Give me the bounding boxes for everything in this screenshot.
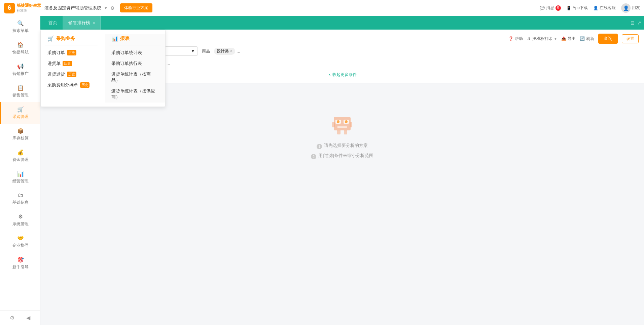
- tab-close-icon[interactable]: ×: [93, 21, 95, 25]
- empty-hint-1: 请先选择要分析的方案: [324, 143, 368, 149]
- dropdown-item-incoming-stat-supplier[interactable]: 进货单统计表（按供应商）: [109, 86, 162, 103]
- empty-hint-2: 用[过滤]条件来缩小分析范围: [318, 153, 373, 159]
- help-label: 帮助: [515, 36, 523, 42]
- sidebar-item-purchase[interactable]: 🛒 采购管理: [0, 102, 40, 124]
- sidebar-bottom: ⚙ ◀: [0, 310, 40, 325]
- home-icon: 🏠: [17, 42, 24, 48]
- cost-history: 历史: [80, 82, 90, 88]
- goods-tag-remove[interactable]: ×: [230, 49, 232, 53]
- service-label: 在线客服: [600, 5, 616, 11]
- help-btn[interactable]: ❓ 帮助: [508, 36, 523, 42]
- sidebar-item-search[interactable]: 🔍 搜索菜单: [0, 16, 40, 38]
- sidebar-item-finance[interactable]: 💰 资金管理: [0, 145, 40, 167]
- dropdown-item-cost[interactable]: 采购费用分摊单 历史: [45, 80, 98, 90]
- export-btn[interactable]: 📤 导出: [561, 36, 576, 42]
- sys-title: 装备及固定资产辅助管理系统: [44, 5, 101, 11]
- sys-settings-icon[interactable]: ⚙: [110, 5, 115, 11]
- sidebar-label-guide: 新手引导: [12, 264, 29, 270]
- sidebar-item-quick[interactable]: 🏠 快捷导航: [0, 38, 40, 59]
- svg-rect-6: [332, 122, 335, 127]
- sidebar-item-sales[interactable]: 📋 销售管理: [0, 81, 40, 102]
- basic-icon: 🗂: [18, 192, 23, 198]
- collapse-up-icon: ∧: [328, 73, 331, 77]
- settings-bottom-icon[interactable]: ⚙: [10, 315, 14, 321]
- top-header: 6 畅捷通好生意 标准版 装备及固定资产辅助管理系统 ▼ ⚙ 体验行业方案 💬 …: [0, 0, 644, 16]
- header-right: 💬 消息 5 📱 App下载 👤 在线客服 👤 用友: [540, 3, 640, 13]
- tab-bar-right: ⊡ ⤢: [631, 20, 641, 26]
- sidebar-item-guide[interactable]: 🎯 新手引导: [0, 252, 40, 274]
- sidebar: 🔍 搜索菜单 🏠 快捷导航 📢 营销推广 📋 销售管理 🛒 采购管理 📦 库存核…: [0, 16, 40, 325]
- empty-illustration: [325, 110, 359, 137]
- refresh-btn[interactable]: 🔄 刷新: [580, 36, 594, 42]
- setting-btn[interactable]: 设置: [622, 34, 639, 43]
- svg-rect-5: [337, 126, 347, 128]
- dropdown-purchase-title: 🛒 采购业务: [45, 34, 98, 45]
- collapse-label: 收起更多条件: [332, 72, 357, 78]
- goods-ellipsis[interactable]: ...: [237, 49, 240, 54]
- purchase-stat-label: 采购订单统计表: [111, 50, 142, 56]
- dropdown-item-incoming-stat-goods[interactable]: 进货单统计表（按商品）: [109, 69, 162, 86]
- customer-ellipsis[interactable]: ...: [167, 61, 170, 66]
- enterprise-icon: 🤝: [17, 235, 24, 241]
- sys-dropdown-arrow[interactable]: ▼: [104, 6, 108, 10]
- logo-area: 6 畅捷通好生意 标准版: [4, 3, 44, 13]
- sidebar-item-marketing[interactable]: 📢 营销推广: [0, 59, 40, 81]
- sidebar-label-quick: 快捷导航: [12, 49, 29, 55]
- sidebar-item-enterprise[interactable]: 🤝 企业协同: [0, 231, 40, 252]
- user-label: 用友: [632, 5, 640, 11]
- sys-title-area: 装备及固定资产辅助管理系统 ▼ ⚙ 体验行业方案: [44, 3, 540, 12]
- query-btn[interactable]: 查询: [598, 34, 618, 44]
- finance-icon: 💰: [17, 149, 24, 156]
- export-icon: 📤: [561, 36, 566, 41]
- stock-icon: 📦: [17, 128, 24, 134]
- msg-icon: 💬: [540, 6, 545, 10]
- sidebar-item-system[interactable]: ⚙ 系统管理: [0, 209, 40, 231]
- svg-rect-8: [337, 130, 341, 134]
- msg-label: 消息: [546, 5, 554, 11]
- dropdown-item-return[interactable]: 进货退货 历史: [45, 69, 98, 80]
- hint1-bullet: 1: [317, 144, 322, 149]
- incoming-history: 历史: [63, 61, 72, 66]
- sidebar-item-stock[interactable]: 📦 库存核算: [0, 124, 40, 145]
- print-btn[interactable]: 🖨 按模板打印 ▼: [527, 36, 557, 42]
- logo-title: 畅捷通好生意: [17, 3, 41, 8]
- operation-icon: 📊: [17, 171, 24, 177]
- dropdown-purchase-icon: 🛒: [47, 35, 54, 42]
- tab-sales-rank[interactable]: 销售排行榜 ×: [63, 16, 101, 30]
- purchase-order-history: 历史: [67, 50, 76, 55]
- cost-label: 采购费用分摊单: [47, 82, 78, 88]
- sidebar-label-finance: 资金管理: [12, 157, 29, 163]
- user-avatar: 👤: [621, 3, 631, 13]
- collapse-sidebar-icon[interactable]: ◀: [26, 315, 30, 321]
- service-icon: 👤: [593, 6, 598, 10]
- tab-restore-btn[interactable]: ⊡: [631, 20, 635, 26]
- logo-badge: 标准版: [17, 8, 41, 13]
- hint2-bullet: 2: [311, 154, 316, 159]
- dropdown-item-purchase-order[interactable]: 采购订单 历史: [45, 47, 98, 58]
- industry-btn[interactable]: 体验行业方案: [120, 3, 152, 12]
- dropdown-item-purchase-stat[interactable]: 采购订单统计表: [109, 47, 162, 58]
- tab-home[interactable]: 首页: [43, 16, 63, 30]
- sidebar-item-basic[interactable]: 🗂 基础信息: [0, 188, 40, 209]
- sidebar-label-search: 搜索菜单: [12, 28, 29, 34]
- user-item[interactable]: 👤 用友: [621, 3, 640, 13]
- dropdown-item-incoming[interactable]: 进货单 历史: [45, 58, 98, 69]
- tab-fullscreen-btn[interactable]: ⤢: [637, 20, 641, 26]
- empty-hint-1-row: 1 请先选择要分析的方案: [317, 143, 368, 151]
- sidebar-label-stock: 库存核算: [12, 135, 29, 141]
- svg-rect-9: [344, 130, 347, 134]
- tab-sales-rank-label: 销售排行榜: [68, 20, 90, 26]
- dropdown-purchase-col: 🛒 采购业务 采购订单 历史 进货单 历史 进货退货 历史 采购费用分摊单 历史: [41, 34, 102, 103]
- msg-item[interactable]: 💬 消息 5: [540, 5, 561, 11]
- dropdown-report-icon: 📊: [111, 35, 118, 42]
- tab-bar: 首页 销售排行榜 × ⊡ ⤢: [40, 16, 644, 30]
- msg-badge: 5: [556, 5, 561, 11]
- service-item[interactable]: 👤 在线客服: [593, 5, 616, 11]
- dropdown-purchase-title-text: 采购业务: [56, 36, 75, 42]
- sidebar-label-operation: 经营管理: [12, 178, 29, 184]
- empty-hint-2-row: 2 用[过滤]条件来缩小分析范围: [311, 153, 373, 161]
- dropdown-item-purchase-exec[interactable]: 采购订单执行表: [109, 58, 162, 69]
- app-item[interactable]: 📱 App下载: [566, 5, 588, 11]
- purchase-order-label: 采购订单: [47, 50, 65, 56]
- sidebar-item-operation[interactable]: 📊 经营管理: [0, 167, 40, 188]
